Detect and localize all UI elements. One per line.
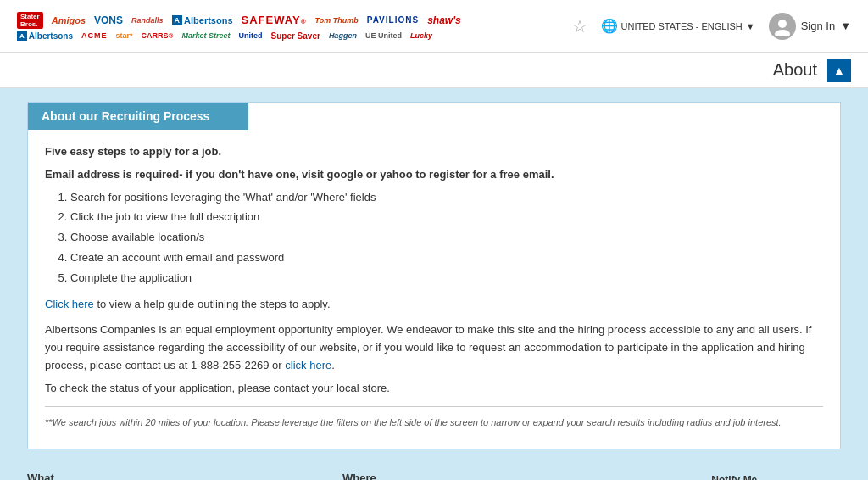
logo-albertsons-main[interactable]: A Albertsons: [172, 15, 233, 25]
logo-carrs[interactable]: CARRS®: [142, 31, 174, 40]
disclaimer-text: **We search jobs within 20 miles of your…: [45, 416, 823, 431]
logo-row-2: A Albertsons ACME star* CARRS® Market St…: [17, 31, 572, 41]
step-1: Search for positions leveraging the 'Wha…: [70, 189, 823, 207]
header-top-bar: StaterBros. Amigos VONS Randalls A Alber…: [0, 0, 868, 53]
logo-vons[interactable]: VONS: [94, 14, 123, 26]
eeo-paragraph: Albertsons Companies is an equal employm…: [45, 321, 823, 374]
lang-dropdown-icon: ▼: [746, 21, 755, 31]
search-bar-container: What Where SEARCH FOR JOBS! Notify Me 🔔: [27, 472, 841, 480]
logo-tomthumb[interactable]: Tom Thumb: [315, 16, 359, 25]
intro-line-2: Email address is required- if you don't …: [45, 166, 823, 184]
what-label: What: [27, 472, 332, 480]
notify-label: Notify Me: [711, 474, 757, 480]
logo-super-saver[interactable]: Super Saver: [271, 31, 320, 41]
logo-randalls[interactable]: Randalls: [131, 16, 164, 25]
search-section: What Where SEARCH FOR JOBS! Notify Me 🔔: [0, 463, 868, 480]
guide-text: to view a help guide outlining the steps…: [94, 298, 331, 310]
logo-row-1: StaterBros. Amigos VONS Randalls A Alber…: [17, 12, 572, 29]
recruiting-box-title: About our Recruiting Process: [28, 103, 248, 130]
logo-ue[interactable]: UE United: [365, 31, 402, 40]
click-here-link-2[interactable]: click here: [285, 359, 331, 371]
logo-haggen[interactable]: Haggen: [329, 31, 357, 40]
sign-in-area[interactable]: Sign In ▼: [769, 13, 851, 40]
eeo-text-main: Albertsons Companies is an equal employm…: [45, 323, 811, 371]
logo-star[interactable]: star*: [116, 31, 133, 40]
where-field-group: Where: [342, 472, 529, 480]
language-label: UNITED STATES - ENGLISH: [621, 21, 743, 31]
step-5: Complete the application: [70, 270, 823, 287]
collapse-button[interactable]: ▲: [827, 59, 851, 82]
about-title: About: [773, 60, 817, 80]
header-right: ☆ 🌐 UNITED STATES - ENGLISH ▼ Sign In ▼: [572, 13, 851, 40]
globe-icon: 🌐: [601, 18, 618, 34]
recruiting-box-body: Five easy steps to apply for a job. Emai…: [28, 130, 840, 449]
sign-in-dropdown-icon: ▼: [840, 20, 851, 32]
logo-market-street[interactable]: Market Street: [181, 31, 230, 40]
logo-safeway[interactable]: SAFEWAY®: [242, 14, 307, 26]
what-field-group: What: [27, 472, 332, 480]
logo-pavilions[interactable]: PAVILIONS: [367, 15, 419, 25]
logo-acme[interactable]: ACME: [81, 31, 108, 40]
click-here-paragraph: Click here to view a help guide outlinin…: [45, 296, 823, 314]
recruiting-box: About our Recruiting Process Five easy s…: [27, 102, 841, 449]
logos-container: StaterBros. Amigos VONS Randalls A Alber…: [17, 12, 572, 41]
about-header-bar: About ▲: [0, 53, 868, 88]
logo-shaws[interactable]: shaw's: [427, 14, 461, 26]
logo-united[interactable]: United: [239, 31, 263, 40]
svg-point-0: [778, 20, 787, 28]
click-here-link-1[interactable]: Click here: [45, 298, 94, 310]
sign-in-label: Sign In: [801, 20, 835, 32]
logo-albertsons2[interactable]: A Albertsons: [17, 31, 73, 41]
eeo-end: .: [331, 359, 335, 371]
steps-list: Search for positions leveraging the 'Wha…: [70, 189, 823, 287]
avatar: [769, 13, 796, 40]
divider: [45, 406, 823, 407]
language-selector[interactable]: 🌐 UNITED STATES - ENGLISH ▼: [601, 18, 755, 34]
logo-lucky[interactable]: Lucky: [410, 31, 432, 40]
logo-stater-bros[interactable]: StaterBros.: [17, 12, 43, 29]
main-content: About our Recruiting Process Five easy s…: [0, 88, 868, 463]
intro-line-1: Five easy steps to apply for a job.: [45, 143, 823, 161]
favorites-icon[interactable]: ☆: [572, 16, 587, 36]
step-4: Create an account with email and passwor…: [70, 249, 823, 267]
where-label: Where: [342, 472, 529, 480]
recruiting-box-header-bar: About our Recruiting Process: [28, 103, 840, 130]
step-3: Choose available location/s: [70, 229, 823, 247]
notify-group: Notify Me 🔔: [711, 474, 757, 480]
svg-point-1: [775, 30, 790, 36]
status-text: To check the status of your application,…: [45, 380, 823, 398]
step-2: Click the job to view the full descripti…: [70, 209, 823, 226]
logo-amigos[interactable]: Amigos: [52, 15, 86, 25]
